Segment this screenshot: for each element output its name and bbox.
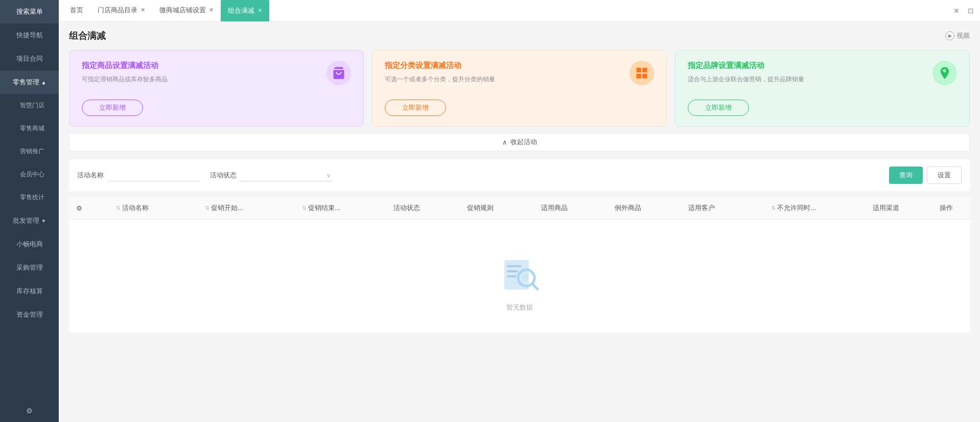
page-title: 组合满减 — [69, 30, 106, 42]
sidebar: 搜索菜单 快捷导航 项目合同 零售管理 ▲ 智慧门店 零售商城 营销推广 会员中… — [0, 0, 59, 422]
table-col-promo-rule: 促销规则 — [444, 197, 517, 219]
category-promo-desc: 可选一个或者多个分类，提升分类的销量 — [385, 75, 654, 92]
brand-promo-icon — [932, 61, 957, 85]
retail-mgmt-arrow: ▲ — [41, 80, 46, 85]
sidebar-item-xiaochangec[interactable]: 小畅电商 — [0, 232, 59, 256]
svg-rect-6 — [507, 265, 521, 267]
product-promo-card: 指定商品设置满减活动 可指定滞销商品或库存较多商品 立即新增 — [69, 50, 364, 127]
table-col-promo-start[interactable]: 促销开始... — [175, 197, 272, 219]
table-settings-icon: ⚙ — [76, 204, 82, 212]
sidebar-item-retail-mgmt[interactable]: 零售管理 ▲ — [0, 71, 59, 94]
collapse-icon: ∧ — [502, 138, 507, 146]
tab-bar: 首页 门店商品目录 ✕ 微商城店铺设置 ✕ 组合满减 ✕ ✕ ⊡ — [59, 0, 980, 21]
sidebar-item-member-center[interactable]: 会员中心 — [0, 163, 59, 186]
table-col-no-concurrent[interactable]: 不允许同时... — [738, 197, 849, 219]
svg-rect-4 — [642, 74, 647, 78]
empty-icon — [497, 250, 543, 296]
sidebar-item-retail-mall[interactable]: 零售商城 — [0, 117, 59, 140]
sidebar-item-marketing[interactable]: 营销推广 — [0, 140, 59, 163]
product-promo-title: 指定商品设置满减活动 — [82, 61, 351, 71]
sidebar-item-smart-store[interactable]: 智慧门店 — [0, 94, 59, 117]
tab-bar-right: ✕ ⊡ — [951, 6, 976, 16]
sidebar-item-retail-stats[interactable]: 零售统计 — [0, 186, 59, 209]
product-promo-btn[interactable]: 立即新增 — [82, 100, 143, 116]
close-window-icon: ✕ — [953, 7, 960, 15]
svg-rect-1 — [637, 68, 641, 73]
activity-status-label: 活动状态 — [210, 171, 237, 180]
svg-line-10 — [532, 284, 538, 289]
table-col-operation: 操作 — [923, 197, 970, 219]
close-combo-discount-icon[interactable]: ✕ — [258, 7, 262, 14]
promo-cards-row: 指定商品设置满减活动 可指定滞销商品或库存较多商品 立即新增 指定分类设置满减活… — [69, 50, 970, 127]
table-container: ⚙ 活动名称 促销开始... 促销结束... 活动状态 促销规则 适用商品 例外… — [69, 197, 970, 333]
svg-rect-8 — [507, 275, 516, 277]
table-body: 暂无数据 — [69, 219, 970, 333]
collapse-label: 收起活动 — [510, 137, 537, 147]
brand-promo-title: 指定品牌设置满减活动 — [688, 61, 957, 71]
settings-btn[interactable]: 设置 — [927, 167, 962, 184]
activity-name-field: 活动名称 — [77, 169, 200, 181]
svg-rect-7 — [507, 270, 518, 272]
table-col-settings[interactable]: ⚙ — [69, 197, 89, 219]
data-table: ⚙ 活动名称 促销开始... 促销结束... 活动状态 促销规则 适用商品 例外… — [69, 197, 970, 333]
close-store-catalog-icon[interactable]: ✕ — [141, 7, 145, 13]
activity-status-select[interactable] — [241, 169, 333, 181]
brand-promo-card: 指定品牌设置满减活动 适合与上游企业联合做营销，提升品牌销量 立即新增 — [675, 50, 970, 127]
activity-name-label: 活动名称 — [77, 171, 104, 180]
category-promo-icon — [629, 61, 654, 85]
table-col-applicable-goods: 适用商品 — [517, 197, 591, 219]
resize-window-icon: ⊡ — [968, 7, 974, 15]
sidebar-settings[interactable]: ⚙ — [0, 400, 59, 422]
svg-rect-3 — [637, 74, 641, 78]
activity-status-field: 活动状态 — [210, 169, 333, 181]
play-icon: ▶ — [945, 31, 954, 40]
empty-text: 暂无数据 — [506, 303, 533, 312]
activity-status-select-wrapper — [241, 169, 333, 181]
category-promo-btn[interactable]: 立即新增 — [385, 100, 446, 116]
query-btn[interactable]: 查询 — [889, 167, 923, 184]
table-col-applicable-channel: 适用渠道 — [849, 197, 922, 219]
sidebar-item-finance-mgmt[interactable]: 资金管理 — [0, 303, 59, 326]
tab-combo-discount[interactable]: 组合满减 ✕ — [221, 0, 269, 21]
tab-store-catalog[interactable]: 门店商品目录 ✕ — [90, 0, 152, 21]
close-wechat-store-icon[interactable]: ✕ — [209, 7, 214, 13]
table-col-applicable-customer: 适用客户 — [665, 197, 738, 219]
svg-rect-2 — [642, 68, 647, 73]
settings-icon: ⚙ — [26, 407, 33, 415]
tab-wechat-store-settings[interactable]: 微商城店铺设置 ✕ — [152, 0, 221, 21]
product-promo-icon — [326, 61, 351, 85]
category-promo-title: 指定分类设置满减活动 — [385, 61, 654, 71]
sidebar-item-purchase-mgmt[interactable]: 采购管理 — [0, 256, 59, 279]
video-link[interactable]: ▶ 视频 — [945, 31, 970, 40]
table-header: ⚙ 活动名称 促销开始... 促销结束... 活动状态 促销规则 适用商品 例外… — [69, 197, 970, 219]
product-promo-desc: 可指定滞销商品或库存较多商品 — [82, 75, 351, 92]
table-col-activity-name[interactable]: 活动名称 — [89, 197, 175, 219]
collapse-bar[interactable]: ∧ 收起活动 — [69, 133, 970, 151]
sidebar-item-quick-nav[interactable]: 快捷导航 — [0, 24, 59, 47]
brand-promo-btn[interactable]: 立即新增 — [688, 100, 749, 116]
activity-name-input[interactable] — [108, 169, 200, 181]
category-promo-card: 指定分类设置满减活动 可选一个或者多个分类，提升分类的销量 立即新增 — [372, 50, 667, 127]
empty-state: 暂无数据 — [69, 219, 970, 333]
page-header: 组合满减 ▶ 视频 — [69, 30, 970, 42]
table-col-promo-end[interactable]: 促销结束... — [273, 197, 370, 219]
sidebar-item-search-menu[interactable]: 搜索菜单 — [0, 0, 59, 24]
main-area: 首页 门店商品目录 ✕ 微商城店铺设置 ✕ 组合满减 ✕ ✕ ⊡ 组合满减 — [59, 0, 980, 422]
table-col-activity-status: 活动状态 — [370, 197, 444, 219]
table-col-exception-goods: 例外商品 — [591, 197, 665, 219]
wholesale-mgmt-arrow: ▼ — [41, 218, 46, 224]
window-close-btn[interactable]: ✕ — [951, 6, 962, 16]
svg-point-11 — [522, 274, 528, 280]
sidebar-item-project-contract[interactable]: 项目合同 — [0, 47, 59, 71]
sidebar-item-wholesale-mgmt[interactable]: 批发管理 ▼ — [0, 209, 59, 232]
window-resize-btn[interactable]: ⊡ — [966, 6, 976, 16]
search-actions: 查询 设置 — [889, 167, 962, 184]
search-bar: 活动名称 活动状态 查询 设置 — [69, 159, 970, 191]
content-area: 组合满减 ▶ 视频 指定商品设置满减活动 可指定滞销商品或库存较多商品 — [59, 21, 980, 422]
sidebar-item-inventory-calc[interactable]: 库存核算 — [0, 279, 59, 303]
tab-home[interactable]: 首页 — [63, 0, 90, 21]
brand-promo-desc: 适合与上游企业联合做营销，提升品牌销量 — [688, 75, 957, 92]
